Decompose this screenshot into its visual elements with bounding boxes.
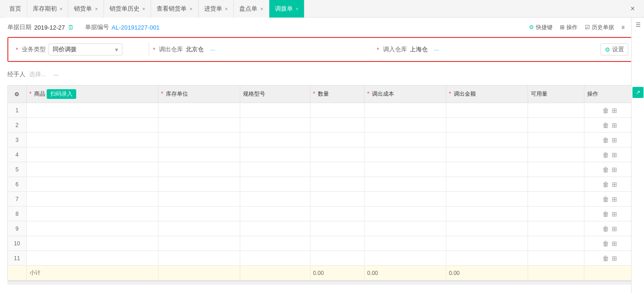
person-row: 经手人 选择... ··· — [7, 67, 637, 81]
copy-icon[interactable]: ⊞ — [612, 107, 617, 114]
copy-icon[interactable]: ⊞ — [612, 136, 617, 144]
tab-inventory-init[interactable]: 库存期初 × — [27, 0, 68, 18]
table-header: ⚙ * 商品 扫码录入 * 库存单位 规格型号 * — [8, 85, 636, 103]
copy-icon[interactable]: ⊞ — [612, 151, 617, 159]
person-field: 经手人 选择... ··· — [7, 70, 59, 79]
delete-icon[interactable]: 🗑 — [602, 225, 609, 232]
horizontal-scrollbar[interactable] — [7, 281, 637, 285]
table-row: 11🗑⊞ — [8, 251, 636, 266]
tab-sales-order[interactable]: 销货单 × — [68, 0, 103, 18]
tab-view-sales[interactable]: 查看销货单 × — [151, 0, 198, 18]
header-row: 单据日期 2019-12-27 🗓 单据编号 AL-20191227-001 ⚙… — [7, 23, 637, 31]
history-btn[interactable]: ☑ 历史单据 — [585, 24, 614, 31]
copy-icon[interactable]: ⊞ — [612, 225, 617, 232]
main-content: 单据日期 2019-12-27 🗓 单据编号 AL-20191227-001 ⚙… — [0, 18, 644, 290]
subtotal-row: 小计 0.00 0.00 0.00 — [8, 266, 636, 281]
table-row: 7🗑⊞ — [8, 192, 636, 207]
delete-icon[interactable]: 🗑 — [602, 107, 609, 114]
window-close-btn[interactable]: × — [625, 5, 640, 13]
list-icon: ☰ — [636, 22, 641, 28]
tab-sales-history[interactable]: 销货单历史 × — [104, 0, 151, 18]
th-product: * 商品 扫码录入 — [26, 85, 158, 103]
delete-icon[interactable]: 🗑 — [602, 181, 609, 188]
required-star-in: * — [377, 46, 379, 53]
copy-icon[interactable]: ⊞ — [612, 240, 617, 247]
toolbar-right: ⚙ 快捷键 ⊞ 操作 ☑ 历史单据 ≡ ⊟ — [529, 24, 637, 31]
gear-icon: ⚙ — [529, 24, 534, 31]
delete-icon[interactable]: 🗑 — [602, 255, 609, 262]
transfer-in-more-btn[interactable]: ··· — [434, 46, 439, 53]
shortcut-btn[interactable]: ⚙ 快捷键 — [529, 24, 553, 31]
delete-icon[interactable]: 🗑 — [602, 166, 609, 173]
copy-icon[interactable]: ⊞ — [612, 195, 617, 203]
transfer-in-group: * 调入仓库 上海仓 ··· — [377, 45, 601, 54]
subtotal-amount: 0.00 — [446, 266, 528, 281]
tab-inventory-check[interactable]: 盘点单 × — [234, 0, 269, 18]
settings-gear-icon: ⚙ — [605, 46, 610, 53]
operations-btn[interactable]: ⊞ 操作 — [560, 24, 577, 31]
th-available: 可用量 — [528, 85, 584, 103]
chevron-down-icon: ▾ — [115, 46, 118, 53]
th-unit: * 库存单位 — [158, 85, 240, 103]
grid-icon: ⊞ — [560, 24, 565, 31]
data-table: ⚙ * 商品 扫码录入 * 库存单位 规格型号 * — [8, 85, 636, 281]
sidebar-export-btn[interactable]: ↗ — [632, 87, 644, 98]
subtotal-label: 小计 — [26, 266, 158, 281]
delete-icon[interactable]: 🗑 — [602, 122, 609, 129]
required-star-out: * — [153, 46, 155, 53]
copy-icon[interactable]: ⊞ — [612, 255, 617, 262]
date-label: 单据日期 — [7, 23, 31, 31]
tab-transfer-order[interactable]: 调拨单 × — [269, 0, 304, 18]
export-icon: ↗ — [636, 89, 640, 96]
layout-btn1[interactable]: ≡ — [621, 24, 625, 31]
tab-purchase-order[interactable]: 进货单 × — [199, 0, 234, 18]
person-more-btn[interactable]: ··· — [54, 71, 59, 78]
copy-icon[interactable]: ⊞ — [612, 122, 617, 129]
settings-btn[interactable]: ⚙ 设置 — [601, 43, 628, 55]
form-divider1 — [149, 43, 149, 56]
transfer-out-more-btn[interactable]: ··· — [210, 46, 215, 53]
copy-icon[interactable]: ⊞ — [612, 166, 617, 173]
data-table-container: ⚙ * 商品 扫码录入 * 库存单位 规格型号 * — [7, 85, 637, 281]
scan-btn[interactable]: 扫码录入 — [47, 89, 76, 99]
tab-close-purchase[interactable]: × — [225, 6, 228, 12]
person-select[interactable]: 选择... — [29, 70, 46, 79]
required-star-business: * — [16, 46, 18, 53]
delete-icon[interactable]: 🗑 — [602, 136, 609, 144]
copy-icon[interactable]: ⊞ — [612, 210, 617, 218]
business-type-value: 同价调拨 — [53, 45, 77, 54]
table-row: 5🗑⊞ — [8, 162, 636, 177]
history-icon: ☑ — [585, 24, 590, 31]
delete-icon[interactable]: 🗑 — [602, 151, 609, 159]
tab-close-sales-order[interactable]: × — [95, 6, 97, 12]
tab-close-sales-history[interactable]: × — [142, 6, 145, 12]
table-body: 1🗑⊞ 2🗑⊞ 3🗑⊞ 4🗑⊞ 5🗑⊞ 6🗑⊞ 7🗑⊞ 8🗑⊞ 9🗑⊞ 10🗑⊞… — [8, 103, 636, 281]
business-type-dropdown[interactable]: 同价调拨 ▾ — [49, 43, 122, 55]
tab-home[interactable]: 首页 — [4, 0, 27, 18]
calendar-icon[interactable]: 🗓 — [68, 24, 74, 31]
delete-icon[interactable]: 🗑 — [602, 240, 609, 247]
th-settings[interactable]: ⚙ — [8, 85, 26, 103]
layout-icon1: ≡ — [621, 24, 625, 31]
table-row: 6🗑⊞ — [8, 177, 636, 192]
table-row: 2🗑⊞ — [8, 118, 636, 133]
tab-close-inventory-init[interactable]: × — [60, 6, 62, 12]
delete-icon[interactable]: 🗑 — [602, 210, 609, 218]
delete-icon[interactable]: 🗑 — [602, 195, 609, 203]
settings-icon: ⚙ — [14, 91, 19, 98]
th-spec: 规格型号 — [240, 85, 310, 103]
sidebar-list-btn[interactable]: ☰ — [632, 19, 644, 31]
th-actions: 操作 — [584, 85, 636, 103]
copy-icon[interactable]: ⊞ — [612, 181, 617, 188]
th-quantity: * 数量 — [310, 85, 364, 103]
tab-close-transfer[interactable]: × — [296, 6, 298, 12]
right-sidebar: ☰ ↗ — [631, 18, 644, 290]
tab-close-view-sales[interactable]: × — [189, 6, 192, 12]
number-field: 单据编号 AL-20191227-001 — [85, 23, 160, 31]
table-row: 4🗑⊞ — [8, 147, 636, 162]
table-row: 8🗑⊞ — [8, 207, 636, 221]
transfer-out-group: * 调出仓库 北京仓 ··· — [153, 45, 377, 54]
form-section: * 业务类型 同价调拨 ▾ * 调出仓库 北京仓 ··· * 调入仓库 上海仓 … — [7, 37, 637, 62]
business-type-group: * 业务类型 同价调拨 ▾ — [16, 43, 145, 55]
tab-close-inventory-check[interactable]: × — [260, 6, 263, 12]
